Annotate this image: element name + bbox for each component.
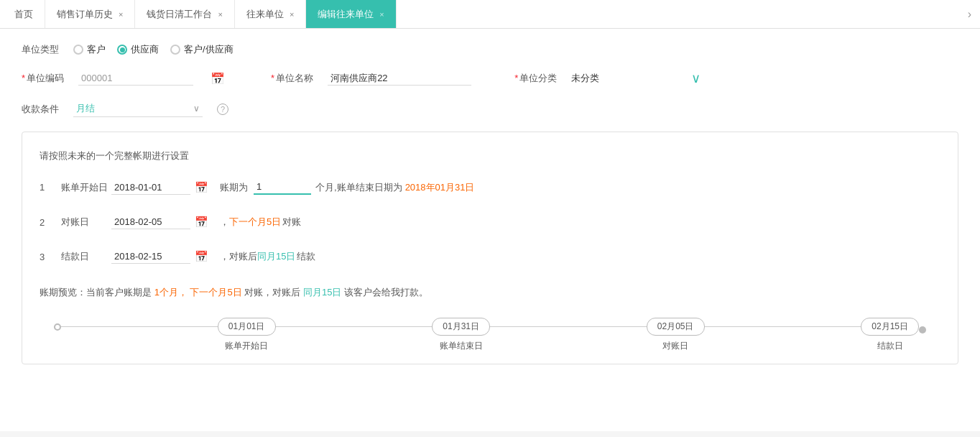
unit-code-input[interactable] [78,71,193,86]
reconcile-highlight: 下一个月5日 [229,216,281,229]
tl-badge-3: 02月15日 [861,318,919,336]
close-edit-partner[interactable]: × [379,10,384,19]
unit-type-row: 单位类型 客户 供应商 客户/供应商 [22,43,958,56]
close-sales-history[interactable]: × [119,10,123,19]
unit-type-label: 单位类型 [22,43,59,56]
tl-node-1: 01月31日 账单结束日 [432,318,490,352]
reconcile-date-calendar-icon[interactable]: 📅 [195,216,208,229]
tl-label-2: 对账日 [662,340,688,352]
period-prefix: 账期为 [220,181,248,194]
tab-sales-history[interactable]: 销售订单历史 × [45,0,135,28]
row-num-1: 1 [40,182,61,193]
radio-label-customer: 客户 [87,43,106,56]
payment-terms-value: 月结 [76,102,193,115]
tl-dot-right [919,326,926,334]
unit-code-lookup-btn[interactable]: 📅 [208,72,228,86]
radio-circle-supplier [117,45,127,55]
preview-middle: 对账，对账后 [244,287,300,298]
preview-payment-date: 同月15日 [303,287,341,298]
start-date-calendar-icon[interactable]: 📅 [195,181,208,194]
radio-circle-both [170,45,180,55]
payment-terms-select[interactable]: 月结 ∨ [73,101,203,117]
unit-code-label: *单位编码 [22,72,64,85]
payment-terms-chevron: ∨ [193,104,200,114]
panel-instruction: 请按照未来的一个完整帐期进行设置 [40,150,940,162]
start-date-wrap: 📅 [111,180,208,195]
tab-home[interactable]: 首页 [0,0,45,28]
payment-terms-row: 收款条件 月结 ∨ ? [22,101,958,117]
preview-section: 账期预览：当前客户账期是 1个月， 下一个月5日 对账，对账后 同月15日 该客… [40,284,940,300]
unit-name-label: *单位名称 [271,72,313,85]
reconcile-suffix: 对账 [282,216,301,229]
radio-customer[interactable]: 客户 [73,43,106,56]
radio-label-supplier: 供应商 [131,43,159,56]
preview-end: 该客户会给我打款。 [344,287,428,298]
tl-line-0 [61,326,218,327]
preview-period: 1个月， [154,287,188,298]
main-content: 单位类型 客户 供应商 客户/供应商 *单位编码 📅 *单位名称 [0,29,980,431]
start-date-input[interactable] [111,180,190,195]
preview-label: 账期预览：当前客户账期是 [40,287,152,298]
tl-node-0: 01月01日 账单开始日 [218,318,276,352]
payment-date-wrap: 📅 [111,249,208,264]
tl-line-3 [705,326,861,327]
tab-more-arrow[interactable]: › [959,0,980,28]
close-partner[interactable]: × [290,10,294,19]
row-label-reconcile: 对账日 [61,216,111,229]
close-cash-clearing[interactable]: × [218,10,222,19]
payment-suffix: 结款 [297,250,315,263]
unit-category-label: *单位分类 [514,72,557,85]
unit-category-arrow: ∨ [691,70,701,86]
radio-circle-customer [73,45,83,55]
billing-end-date: 2018年01月31日 [405,181,475,194]
period-value-input[interactable] [254,180,311,195]
payment-date-input[interactable] [111,249,190,264]
payment-highlight: 同月15日 [257,250,295,263]
tl-badge-2: 02月05日 [647,318,705,336]
period-suffix: 个月,账单结束日期为 [315,181,402,194]
tab-cash-clearing[interactable]: 钱货日清工作台 × [135,0,234,28]
unit-category-value: 未分类 [571,72,685,85]
reconcile-prefix: ， [220,216,229,229]
tl-node-3: 02月15日 结款日 [861,318,919,352]
tl-dot-left [54,323,61,331]
row-label-start: 账单开始日 [61,181,111,194]
reconcile-row: 2 对账日 📅 ， 下一个月5日 对账 [40,215,940,229]
unit-name-input[interactable] [328,71,471,86]
tl-line-2 [490,326,647,327]
payment-desc-prefix: ，对账后 [220,250,257,263]
reconcile-date-wrap: 📅 [111,215,208,229]
row-num-3: 3 [40,252,61,262]
tab-partner[interactable]: 往来单位 × [235,0,306,28]
unit-type-radio-group: 客户 供应商 客户/供应商 [73,43,234,56]
tab-edit-partner[interactable]: 编辑往来单位 × [306,0,396,28]
billing-cycle-panel: 请按照未来的一个完整帐期进行设置 1 账单开始日 📅 账期为 个月,账单结束日期… [22,132,958,364]
payment-terms-label: 收款条件 [22,103,59,116]
preview-reconcile-date: 下一个月5日 [190,287,241,298]
tl-badge-0: 01月01日 [218,318,276,336]
tl-label-3: 结款日 [877,340,903,352]
payment-date-calendar-icon[interactable]: 📅 [195,250,208,263]
unit-category-select[interactable]: 未分类 ∨ [571,70,701,86]
radio-both[interactable]: 客户/供应商 [170,43,234,56]
payment-terms-help[interactable]: ? [217,104,228,115]
tl-label-1: 账单结束日 [440,340,483,352]
timeline: 01月01日 账单开始日 01月31日 账单结束日 02月05日 [40,318,940,352]
unit-info-row: *单位编码 📅 *单位名称 *单位分类 未分类 ∨ [22,70,958,86]
reconcile-date-input[interactable] [111,215,190,229]
billing-start-row: 1 账单开始日 📅 账期为 个月,账单结束日期为 2018年01月31日 [40,180,940,195]
tl-node-2: 02月05日 对账日 [647,318,705,352]
payment-date-row: 3 结款日 📅 ，对账后 同月15日 结款 [40,249,940,264]
row-num-2: 2 [40,217,61,228]
radio-supplier[interactable]: 供应商 [117,43,159,56]
radio-label-both: 客户/供应商 [184,43,234,56]
tl-badge-1: 01月31日 [432,318,490,336]
row-label-payment: 结款日 [61,250,111,263]
tl-line-1 [276,326,433,327]
tab-bar: 首页 销售订单历史 × 钱货日清工作台 × 往来单位 × 编辑往来单位 × › [0,0,980,29]
tl-label-0: 账单开始日 [225,340,268,352]
